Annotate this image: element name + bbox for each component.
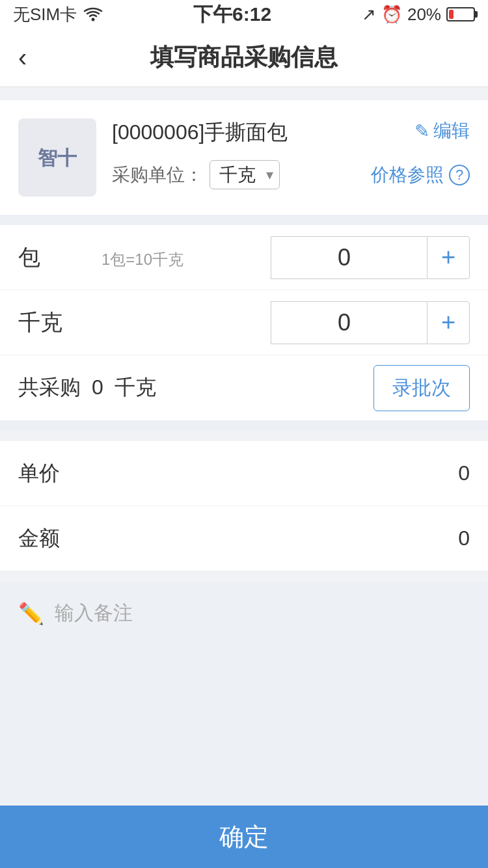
confirm-button[interactable]: 确定 bbox=[0, 806, 488, 868]
total-label: 共采购 bbox=[18, 375, 81, 399]
product-header: [0000006]手撕面包 ✎ 编辑 bbox=[112, 118, 470, 147]
product-image: 智十 bbox=[18, 118, 96, 197]
unit-price-value: 0 bbox=[458, 461, 470, 485]
back-button[interactable]: ‹ bbox=[18, 43, 27, 72]
section-divider-2 bbox=[0, 420, 488, 431]
amount-row: 金额 0 bbox=[0, 506, 488, 571]
bag-input[interactable] bbox=[271, 236, 427, 279]
kg-label-group: 千克 bbox=[18, 308, 96, 338]
battery-percent: 20% bbox=[407, 5, 441, 25]
alarm-icon: ⏰ bbox=[381, 5, 402, 25]
unit-price-label: 单价 bbox=[18, 459, 60, 488]
section-divider-1 bbox=[0, 215, 488, 225]
edit-label: 编辑 bbox=[433, 118, 470, 143]
total-amount: 0 bbox=[92, 375, 103, 399]
batch-button[interactable]: 录批次 bbox=[373, 365, 470, 411]
question-icon: ? bbox=[449, 165, 470, 185]
nav-bar: ‹ 填写商品采购信息 bbox=[0, 29, 488, 87]
status-right: ↗ ⏰ 20% bbox=[362, 5, 475, 25]
amount-label: 金额 bbox=[18, 524, 60, 553]
svg-point-0 bbox=[92, 18, 95, 21]
edit-icon: ✎ bbox=[414, 120, 429, 142]
total-unit: 千克 bbox=[115, 375, 156, 399]
kg-input-row: 千克 + bbox=[0, 290, 488, 355]
price-ref-label: 价格参照 bbox=[371, 163, 444, 187]
notes-section[interactable]: ✏️ 输入备注 bbox=[0, 582, 488, 645]
status-bar: 无SIM卡 下午6:12 ↗ ⏰ 20% bbox=[0, 0, 488, 29]
kg-plus-button[interactable]: + bbox=[427, 301, 470, 344]
unit-price-row: 单价 0 bbox=[0, 441, 488, 506]
pencil-icon: ✏️ bbox=[18, 601, 44, 626]
wifi-icon bbox=[83, 7, 103, 21]
bag-label-group: 包 1包=10千克 bbox=[18, 243, 183, 273]
battery-icon bbox=[446, 7, 475, 21]
status-time: 下午6:12 bbox=[193, 1, 271, 28]
unit-select-wrap[interactable]: 千克 ▾ bbox=[210, 160, 280, 189]
product-card: 智十 [0000006]手撕面包 ✎ 编辑 采购单位： 千克 ▾ 价格参照 bbox=[0, 100, 488, 215]
notes-placeholder: 输入备注 bbox=[55, 600, 133, 627]
product-name: [0000006]手撕面包 bbox=[112, 118, 288, 147]
total-text: 共采购 0 千克 bbox=[18, 373, 156, 402]
price-section: 单价 0 金额 0 bbox=[0, 441, 488, 571]
bag-plus-button[interactable]: + bbox=[427, 236, 470, 279]
bag-input-wrap: + bbox=[271, 236, 470, 279]
unit-label: 采购单位： bbox=[112, 163, 203, 187]
carrier-label: 无SIM卡 bbox=[13, 3, 77, 26]
unit-select[interactable]: 千克 bbox=[210, 160, 280, 189]
confirm-label: 确定 bbox=[219, 821, 269, 854]
kg-input-wrap: + bbox=[271, 301, 470, 344]
bag-sublabel: 1包=10千克 bbox=[102, 249, 183, 270]
location-icon: ↗ bbox=[362, 5, 376, 25]
product-image-text: 智十 bbox=[38, 145, 77, 170]
amount-value: 0 bbox=[458, 526, 470, 550]
input-section: 包 1包=10千克 + 千克 + bbox=[0, 225, 488, 355]
product-unit-row: 采购单位： 千克 ▾ 价格参照 ? bbox=[112, 160, 470, 189]
bag-label: 包 bbox=[18, 243, 96, 273]
product-info: [0000006]手撕面包 ✎ 编辑 采购单位： 千克 ▾ 价格参照 ? bbox=[112, 118, 470, 189]
total-row: 共采购 0 千克 录批次 bbox=[0, 355, 488, 420]
kg-label: 千克 bbox=[18, 308, 96, 338]
status-left: 无SIM卡 bbox=[13, 3, 103, 26]
kg-input[interactable] bbox=[271, 301, 427, 344]
page-title: 填写商品采购信息 bbox=[150, 42, 338, 74]
edit-button[interactable]: ✎ 编辑 bbox=[414, 118, 470, 143]
bag-input-row: 包 1包=10千克 + bbox=[0, 225, 488, 290]
price-reference-button[interactable]: 价格参照 ? bbox=[371, 163, 470, 187]
